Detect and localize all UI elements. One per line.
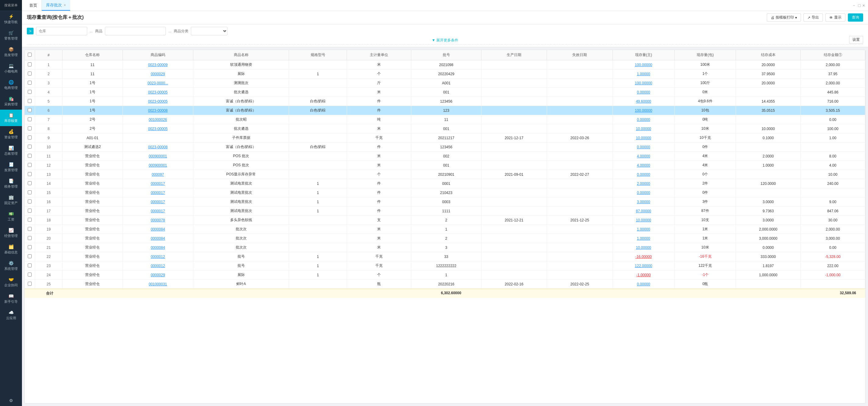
query-button[interactable]: 查询 (848, 13, 863, 22)
row-goods-code[interactable]: 0023-00005 (123, 97, 193, 106)
select-all-checkbox[interactable] (28, 53, 32, 57)
row-checkbox[interactable] (25, 161, 35, 170)
sidebar-item-mini-ecom[interactable]: 💻 小额电商 (0, 60, 22, 77)
row-goods-code[interactable]: 0000017 (123, 206, 193, 216)
row-checkbox[interactable] (25, 106, 35, 115)
row-goods-code[interactable]: 0023-00005 (123, 124, 193, 133)
tab-active[interactable]: 库存批次 × (42, 0, 70, 11)
tab-home[interactable]: 首页 (25, 0, 42, 11)
window-maximize[interactable]: □ (858, 3, 860, 8)
row-checkbox[interactable] (25, 206, 35, 216)
row-qty-main[interactable]: 0.00000 (613, 142, 674, 152)
row-goods-code[interactable]: 0000084 (123, 234, 193, 243)
row-checkbox[interactable] (25, 69, 35, 78)
row-qty-main[interactable]: 3.00000 (613, 197, 674, 206)
row-qty-main[interactable]: 4.00000 (613, 161, 674, 170)
sidebar-item-retail[interactable]: 🛒 零售管理 (0, 27, 22, 44)
tab-close-button[interactable]: × (64, 3, 66, 7)
row-goods-code[interactable]: 0000084 (123, 243, 193, 252)
row-checkbox[interactable] (25, 280, 35, 289)
row-goods-code[interactable] (123, 133, 193, 142)
row-qty-main[interactable]: 0.00000 (613, 170, 674, 179)
row-goods-code[interactable]: 0000078 (123, 216, 193, 225)
row-qty-main[interactable]: 1.00000 (613, 234, 674, 243)
sidebar-item-report[interactable]: 📊 总账管理 (0, 142, 22, 159)
row-goods-code[interactable]: 0000084 (123, 225, 193, 234)
row-goods-code[interactable]: 000097 (123, 170, 193, 179)
row-qty-main[interactable]: 122.00000 (613, 261, 674, 270)
sidebar-item-wholesale[interactable]: 📦 批发管理 (0, 44, 22, 60)
row-checkbox[interactable] (25, 60, 35, 69)
row-checkbox[interactable] (25, 142, 35, 152)
row-qty-main[interactable]: 100.00000 (613, 60, 674, 69)
row-qty-main[interactable]: 1.00000 (613, 69, 674, 78)
row-checkbox[interactable] (25, 88, 35, 97)
row-goods-code[interactable]: 0023-00009 (123, 60, 193, 69)
settings-panel-label[interactable]: 设置 (849, 36, 863, 43)
row-goods-code[interactable]: 0000017 (123, 188, 193, 197)
row-checkbox[interactable] (25, 216, 35, 225)
sidebar-item-fixed[interactable]: 🏢 固定资产 (0, 192, 22, 208)
warehouse-input[interactable] (36, 27, 87, 35)
row-checkbox[interactable] (25, 197, 35, 206)
filter-expand-button[interactable]: > (27, 28, 34, 34)
sidebar-item-guide[interactable]: 📖 新手引导 (0, 291, 22, 307)
col-checkbox[interactable] (25, 50, 35, 60)
row-goods-code[interactable]: 0023-00008 (123, 106, 193, 115)
sidebar-item-purchase[interactable]: 🛍️ 采购管理 (0, 93, 22, 110)
row-checkbox[interactable] (25, 133, 35, 142)
row-qty-main[interactable]: 100.00000 (613, 106, 674, 115)
row-qty-main[interactable]: -16.00000 (613, 252, 674, 261)
row-qty-main[interactable]: 4.00000 (613, 152, 674, 161)
row-checkbox[interactable] (25, 152, 35, 161)
row-checkbox[interactable] (25, 188, 35, 197)
row-qty-main[interactable]: 1.00000 (613, 225, 674, 234)
sidebar-item-ecom[interactable]: 🌐 电商管理 (0, 77, 22, 93)
row-checkbox[interactable] (25, 270, 35, 280)
sidebar-item-cloud[interactable]: ☁️ 云应用 (0, 307, 22, 324)
row-goods-code[interactable]: 0023-00008 (123, 142, 193, 152)
print-button[interactable]: 🖨 按模板打印 ▾ (767, 13, 801, 22)
window-minimize[interactable]: － (852, 3, 856, 8)
goods-input[interactable] (105, 27, 166, 35)
row-checkbox[interactable] (25, 179, 35, 188)
sidebar-item-invoice[interactable]: 🧾 发票管理 (0, 159, 22, 175)
category-select[interactable] (191, 27, 227, 35)
row-goods-code[interactable]: 000900001 (123, 152, 193, 161)
expand-more-conditions[interactable]: ▼ 展开更多条件 (27, 37, 863, 44)
row-qty-main[interactable]: 0.00000 (613, 280, 674, 289)
row-goods-code[interactable]: 001000026 (123, 115, 193, 124)
row-qty-main[interactable]: 0.00000 (613, 88, 674, 97)
row-goods-code[interactable]: 001000031 (123, 280, 193, 289)
row-goods-code[interactable]: 0000012 (123, 261, 193, 270)
sidebar-settings[interactable]: ⚙ (0, 395, 22, 406)
row-qty-main[interactable]: 0.00000 (613, 188, 674, 197)
row-checkbox[interactable] (25, 115, 35, 124)
sidebar-item-base[interactable]: 🗂️ 基础信息 (0, 241, 22, 258)
sidebar-item-tax[interactable]: 📑 税务管理 (0, 175, 22, 192)
row-goods-code[interactable]: 000900001 (123, 161, 193, 170)
row-qty-main[interactable]: 87.00000 (613, 206, 674, 216)
row-goods-code[interactable]: 0000029 (123, 69, 193, 78)
export-button[interactable]: ↗ 导出 (803, 13, 823, 22)
row-goods-code[interactable]: 0000017 (123, 197, 193, 206)
sidebar-item-system[interactable]: ⚙️ 系统管理 (0, 258, 22, 274)
row-qty-main[interactable]: 49.60000 (613, 97, 674, 106)
row-goods-code[interactable]: 0023-0000... (123, 78, 193, 88)
row-qty-main[interactable]: 2.00000 (613, 179, 674, 188)
row-checkbox[interactable] (25, 225, 35, 234)
row-checkbox[interactable] (25, 234, 35, 243)
row-qty-main[interactable]: -1.00000 (613, 270, 674, 280)
row-goods-code[interactable]: 0000017 (123, 179, 193, 188)
row-goods-code[interactable]: 0000029 (123, 270, 193, 280)
row-goods-code[interactable]: 0023-00005 (123, 88, 193, 97)
row-qty-main[interactable]: 10.00000 (613, 216, 674, 225)
row-checkbox[interactable] (25, 243, 35, 252)
row-qty-main[interactable]: 10.00000 (613, 243, 674, 252)
row-checkbox[interactable] (25, 252, 35, 261)
sidebar-item-inventory[interactable]: 📋 库存核查 (0, 110, 22, 126)
sidebar-search[interactable]: 搜索菜单 (0, 0, 22, 11)
sidebar-item-collab[interactable]: 🤝 企业协同 (0, 274, 22, 291)
sidebar-item-quick-nav[interactable]: ⚡ 快捷导航 (0, 11, 22, 27)
row-qty-main[interactable]: 0.00000 (613, 115, 674, 124)
